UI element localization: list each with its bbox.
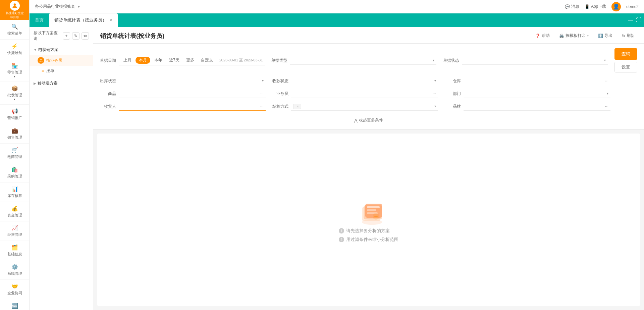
date-label: 单据日期 bbox=[100, 58, 119, 63]
tree-group-mobile-header[interactable]: ▶ 移动端方案 bbox=[30, 79, 93, 88]
sidebar-item-search[interactable]: 🔍 搜索菜单 bbox=[0, 20, 29, 40]
ecommerce-icon: 🛒 bbox=[11, 147, 18, 153]
date-tab-thisyear[interactable]: 本年 bbox=[152, 57, 165, 64]
user-avatar[interactable]: 👤 bbox=[611, 2, 621, 11]
filter-row-3: 商品 ··· 业务员 ··· 部门 bbox=[100, 89, 637, 98]
settlement-tag-close[interactable]: × bbox=[297, 104, 299, 108]
export-button[interactable]: ⬆️ 导出 bbox=[595, 32, 615, 40]
sidebar-logo[interactable]: 畅捷通好生意 标账版 bbox=[0, 0, 30, 20]
date-tab-thismonth[interactable]: 本月 bbox=[136, 57, 150, 64]
sidebar-item-quicknav[interactable]: ⚡ 快捷导航 bbox=[0, 40, 29, 59]
help-button[interactable]: ❓ 帮助 bbox=[533, 32, 552, 40]
settlement-tag: × bbox=[293, 104, 301, 109]
date-tab-custom[interactable]: 自定义 bbox=[198, 57, 216, 64]
brand-dots[interactable]: ··· bbox=[605, 104, 608, 109]
receipt-control[interactable]: ▾ bbox=[291, 76, 438, 85]
app-download-button[interactable]: 📱 App下载 bbox=[585, 4, 606, 9]
sidebar-item-purchase[interactable]: 🛍️ 采购管理 bbox=[0, 163, 29, 183]
template-print-button[interactable]: 🖨️ 按模板打印 ▾ bbox=[556, 32, 591, 40]
tab-home[interactable]: 首页 bbox=[30, 13, 49, 27]
sidebar-item-sales[interactable]: 💼 销售管理 bbox=[0, 124, 29, 144]
salesperson-icon: 员 bbox=[38, 57, 44, 64]
tree-item-salesperson[interactable]: 员 按业务员 bbox=[30, 55, 93, 66]
sidebar-item-marketing[interactable]: 📢 营销推广 bbox=[0, 105, 29, 124]
outbound-label: 出库状态 bbox=[100, 78, 119, 84]
print-dropdown-icon: ▾ bbox=[587, 34, 589, 38]
goods-label: 商品 bbox=[100, 91, 119, 97]
tree-group-pc-header[interactable]: ▼ 电脑端方案 bbox=[30, 45, 93, 55]
warehouse-dots[interactable]: ··· bbox=[605, 79, 608, 83]
tab-maximize-icon[interactable]: ⛶ bbox=[636, 17, 641, 23]
wholesale-expand-icon: ▲ bbox=[13, 98, 16, 101]
filter-row-1: 单据日期 上月 本月 本年 近7天 更多 自定义 20 bbox=[100, 48, 637, 72]
logo-subtext: 标账版 bbox=[10, 15, 19, 19]
consignee-dots[interactable]: ··· bbox=[260, 104, 264, 109]
panel-header-label: 按以下方案查询 bbox=[34, 30, 61, 42]
quicknav-icon: ⚡ bbox=[11, 43, 18, 49]
query-button[interactable]: 查询 bbox=[614, 48, 637, 60]
query-buttons: 查询 设置 bbox=[614, 48, 637, 72]
sidebar-item-enterprise[interactable]: 🤝 企业协同 bbox=[0, 280, 29, 299]
sidebar-item-basic[interactable]: 🗂️ 基础信息 bbox=[0, 241, 29, 260]
tab-close-icon[interactable]: ✕ bbox=[109, 18, 112, 22]
app-download-icon: 📱 bbox=[585, 4, 590, 9]
help-label: 帮助 bbox=[542, 33, 550, 39]
empty-state: 1 请先选择要分析的方案 2 用过滤条件来缩小分析范围 bbox=[339, 197, 398, 243]
inventory-icon: 📊 bbox=[11, 186, 18, 192]
print-icon: 🖨️ bbox=[559, 34, 564, 38]
outbound-control[interactable]: ▾ bbox=[119, 76, 266, 85]
goods-control[interactable]: ··· bbox=[119, 89, 266, 98]
sidebar-item-system[interactable]: ⚙️ 系统管理 bbox=[0, 260, 29, 280]
sidebar-item-operation[interactable]: 📈 经营管理 bbox=[0, 221, 29, 241]
breadcrumb-arrow[interactable]: ▾ bbox=[78, 4, 80, 9]
filter-field-warehouse: 仓库 ··· bbox=[445, 76, 610, 85]
filter-row-4: 收货人 ··· 结算方式 × bbox=[100, 102, 637, 111]
date-tab-more[interactable]: 更多 bbox=[183, 57, 197, 64]
department-control[interactable]: ▾ bbox=[464, 89, 610, 98]
tab-minimize-icon[interactable]: — bbox=[628, 17, 633, 23]
breadcrumb-text: 办公用品行业模拟账套 bbox=[35, 4, 75, 9]
date-filter-control[interactable]: 上月 本月 本年 近7天 更多 自定义 2023-03-01 至 2023-03… bbox=[119, 55, 265, 65]
sidebar-item-operation-label: 经营管理 bbox=[7, 232, 22, 237]
settings-button[interactable]: 设置 bbox=[614, 62, 637, 72]
salesperson-dots[interactable]: ··· bbox=[433, 91, 436, 96]
message-icon: 💬 bbox=[565, 4, 570, 9]
operation-icon: 📈 bbox=[11, 225, 18, 231]
date-tabs: 上月 本月 本年 近7天 更多 自定义 bbox=[121, 57, 216, 64]
salesperson-filter-control[interactable]: ··· bbox=[291, 89, 438, 98]
filter-field-docstatus: 单据状态 ▾ bbox=[443, 56, 608, 65]
left-panel: 按以下方案查询 + ↻ ≪ ▼ 电脑端方案 员 按业务员 ≡ bbox=[30, 27, 93, 310]
tab-sales-stat-label: 销货单统计表（按业务员） bbox=[54, 17, 107, 23]
sidebar-item-newuser[interactable]: 🆕 新手引导 bbox=[0, 299, 29, 310]
consignee-control[interactable]: ··· bbox=[119, 102, 266, 111]
receipt-label: 收款状态 bbox=[272, 78, 291, 84]
sidebar-item-wholesale[interactable]: 📦 批发管理 ▲ bbox=[0, 82, 29, 105]
tree-sub-item-order[interactable]: ≡ 按单 bbox=[30, 66, 93, 76]
tab-sales-stat[interactable]: 销货单统计表（按业务员） ✕ bbox=[49, 13, 118, 27]
settlement-control[interactable]: × ▾ bbox=[291, 102, 438, 111]
message-button[interactable]: 💬 消息 bbox=[565, 4, 579, 9]
username-label[interactable]: demo2 bbox=[626, 4, 639, 9]
panel-refresh-btn[interactable]: ↻ bbox=[72, 32, 79, 40]
panel-add-btn[interactable]: + bbox=[63, 32, 70, 40]
warehouse-control[interactable]: ··· bbox=[464, 76, 610, 85]
receipt-dropdown-icon: ▾ bbox=[434, 79, 436, 83]
tab-home-label: 首页 bbox=[35, 17, 44, 23]
sidebar-item-ecommerce[interactable]: 🛒 电商管理 bbox=[0, 144, 29, 163]
sidebar-item-basic-label: 基础信息 bbox=[7, 252, 22, 257]
docstatus-control[interactable]: ▾ bbox=[462, 56, 608, 65]
date-tab-lastmonth[interactable]: 上月 bbox=[121, 57, 134, 64]
sidebar-item-inventory[interactable]: 📊 库存核算 bbox=[0, 183, 29, 202]
empty-icon bbox=[355, 197, 382, 224]
refresh-button[interactable]: ↻ 刷新 bbox=[619, 32, 637, 40]
tree-item-salesperson-label: 按业务员 bbox=[46, 58, 62, 63]
brand-control[interactable]: ··· bbox=[464, 102, 610, 111]
sidebar-item-finance[interactable]: 💰 资金管理 bbox=[0, 202, 29, 221]
goods-dots[interactable]: ··· bbox=[260, 91, 264, 96]
panel-collapse-btn[interactable]: ≪ bbox=[82, 32, 89, 40]
date-tab-7days[interactable]: 近7天 bbox=[166, 57, 182, 64]
collapse-btn[interactable]: ⋀ 收起更多条件 bbox=[100, 115, 637, 124]
sidebar-item-retail[interactable]: 🏪 零售管理 ▾ bbox=[0, 59, 29, 82]
doctype-control[interactable]: ▾ bbox=[290, 56, 436, 65]
logo-text: 畅捷通好生意 bbox=[6, 11, 24, 15]
